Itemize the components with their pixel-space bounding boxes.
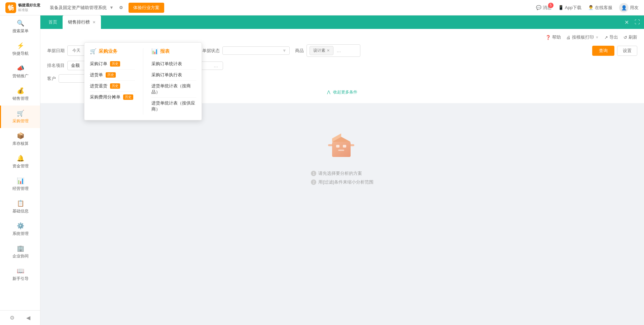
tab-home[interactable]: 首页 — [43, 15, 63, 29]
tab-close-button[interactable]: ✕ — [93, 20, 96, 25]
status-dropdown-arrow: ▼ — [282, 48, 287, 53]
marketing-icon: 📣 — [17, 65, 24, 72]
rank-label: 排名项目 — [47, 63, 65, 69]
purchase-dropdown-menu: 🛒 采购业务 采购订单 历史 进货单 历史 进货退货 历史 — [84, 42, 202, 120]
svg-rect-6 — [328, 144, 333, 146]
logo-text: 畅捷通好生意 标准版 — [18, 3, 40, 12]
sidebar-item-sales[interactable]: 💰 销售管理 — [0, 83, 40, 106]
goods-select[interactable]: 设计素 ✕ … — [307, 44, 360, 57]
salesperson-more-btn[interactable]: … — [212, 63, 219, 68]
service-icon: 👨‍💼 — [588, 5, 594, 10]
sidebar-item-system[interactable]: ⚙️ 系统管理 — [0, 218, 40, 241]
settings-button[interactable]: 设置 — [617, 46, 637, 56]
dropdown-item-order-exec[interactable]: 采购订单执行表 — [151, 70, 196, 81]
history-badge-2: 历史 — [106, 72, 116, 78]
industry-button[interactable]: 体验行业方案 — [129, 3, 164, 13]
search-icon: 🔍 — [17, 19, 24, 27]
customer-label: 客户 — [47, 76, 56, 82]
system-name-area: 装备及固定资产辅助管理系统 ▼ ⚙ 体验行业方案 — [50, 3, 532, 13]
tab-home-label: 首页 — [48, 19, 57, 25]
help-button[interactable]: ❓ 帮助 — [545, 34, 561, 40]
sidebar-item-quick-nav[interactable]: ⚡ 快捷导航 — [0, 38, 40, 60]
goods-filter-item: 商品 设计素 ✕ … — [295, 44, 360, 57]
dropdown-item-purchase-return[interactable]: 进货退货 历史 — [90, 81, 135, 92]
dropdown-item-order-stats[interactable]: 采购订单统计表 — [151, 58, 196, 70]
dropdown-item-purchase-order[interactable]: 采购订单 历史 — [90, 58, 135, 70]
goods-tag: 设计素 ✕ — [310, 46, 333, 55]
report-col-title-text: 报表 — [160, 48, 170, 54]
messages-item[interactable]: 💬 消息 5 — [536, 5, 551, 11]
sidebar-label-enterprise: 企业协同 — [12, 253, 29, 259]
tip-text-1: 请先选择要分析的方案 — [318, 170, 362, 176]
sidebar-item-purchase[interactable]: 🛒 采购管理 — [0, 106, 40, 128]
status-select[interactable]: ▼ — [222, 46, 290, 55]
sidebar-label-purchase: 采购管理 — [12, 118, 29, 124]
receipt-stats-supplier-label: 进货单统计表（按供应商） — [151, 100, 196, 112]
date-today[interactable]: 今天 — [71, 47, 82, 54]
tab-sales-rank-label: 销售排行榜 — [68, 19, 90, 25]
report-col-icon: 📊 — [151, 48, 158, 54]
purchase-return-label: 进货退货 — [90, 83, 107, 89]
message-icon: 💬 — [536, 5, 541, 10]
receipt-stats-goods-label: 进货单统计表（按商品） — [151, 83, 196, 95]
sidebar-label-operations: 经营管理 — [12, 186, 29, 192]
sales-icon: 💰 — [17, 87, 24, 94]
tab-sales-rank[interactable]: 销售排行榜 ✕ — [63, 15, 101, 29]
goods-tag-text: 设计素 — [313, 48, 325, 53]
dropdown-divider — [143, 48, 143, 115]
empty-tip-2: 2 用[过滤]条件来缩小分析范围 — [311, 179, 373, 185]
dropdown-item-receipt-stats-supplier[interactable]: 进货单统计表（按供应商） — [151, 98, 196, 115]
system-dropdown-arrow[interactable]: ▼ — [109, 5, 114, 10]
report-col-title: 📊 报表 — [151, 48, 196, 54]
goods-tag-close[interactable]: ✕ — [327, 48, 330, 53]
main-layout: 🔍 搜索菜单 ⚡ 快捷导航 📣 营销推广 💰 销售管理 🛒 采购管理 📦 库存核… — [0, 15, 644, 325]
refresh-icon: ↺ — [623, 35, 627, 40]
purchase-expense-label: 采购费用分摊单 — [90, 94, 120, 100]
sidebar-item-basic-info[interactable]: 📋 基础信息 — [0, 196, 40, 218]
print-template-button[interactable]: 🖨 按模板打印 ▼ — [566, 34, 599, 40]
goods-more-btn[interactable]: … — [335, 48, 343, 53]
finance-icon: 🔔 — [17, 155, 24, 162]
export-button[interactable]: ↗ 导出 — [604, 34, 618, 40]
collapse-sidebar-button[interactable]: ◀ — [26, 315, 30, 321]
sidebar-item-guide[interactable]: 📖 新手引导 — [0, 263, 40, 286]
sidebar-item-search[interactable]: 🔍 搜索菜单 — [0, 15, 40, 38]
basic-info-icon: 📋 — [17, 200, 24, 207]
print-dropdown-arrow[interactable]: ▼ — [595, 35, 599, 39]
dropdown-item-purchase-expense[interactable]: 采购费用分摊单 历史 — [90, 92, 135, 103]
tip-num-2: 2 — [311, 179, 316, 185]
avatar: 👤 — [619, 3, 629, 12]
sidebar-item-operations[interactable]: 📊 经营管理 — [0, 173, 40, 196]
refresh-button[interactable]: ↺ 刷新 — [623, 34, 637, 40]
dropdown-item-receipt-stats-goods[interactable]: 进货单统计表（按商品） — [151, 81, 196, 98]
gear-button[interactable]: ⚙ — [116, 3, 126, 12]
user-item[interactable]: 👤 用友 — [619, 3, 639, 12]
system-name-text: 装备及固定资产辅助管理系统 — [50, 5, 107, 11]
date-label: 单据日期 — [47, 48, 65, 54]
status-label: 单据状态 — [202, 48, 220, 54]
history-badge-4: 历史 — [123, 94, 133, 100]
window-controls: ✕ ⛶ — [622, 18, 641, 26]
sidebar-bottom: ⚙ ◀ — [0, 310, 40, 325]
window-maximize-button[interactable]: ⛶ — [633, 18, 641, 26]
online-service-item[interactable]: 👨‍💼 在线客服 — [588, 5, 612, 11]
query-button[interactable]: 查询 — [592, 46, 614, 56]
empty-illustration — [322, 130, 362, 164]
app-icon: 📱 — [558, 5, 564, 10]
tip-text-2: 用[过滤]条件来缩小分析范围 — [318, 179, 373, 185]
sidebar-item-marketing[interactable]: 📣 营销推广 — [0, 60, 40, 83]
app-label: App下载 — [565, 5, 581, 11]
dropdown-item-purchase-receipt[interactable]: 进货单 历史 — [90, 70, 135, 81]
sidebar-item-finance[interactable]: 🔔 资金管理 — [0, 151, 40, 173]
quick-nav-icon: ⚡ — [17, 42, 24, 49]
collapse-text: 收起更多条件 — [333, 90, 357, 94]
content-area: 首页 销售排行榜 ✕ ✕ ⛶ ❓ 帮助 — [40, 15, 644, 325]
app-download-item[interactable]: 📱 App下载 — [558, 5, 581, 11]
sidebar-item-enterprise[interactable]: 🏢 企业协同 — [0, 241, 40, 263]
goods-label: 商品 — [295, 48, 304, 54]
window-close-button[interactable]: ✕ — [622, 18, 631, 26]
service-label: 在线客服 — [595, 5, 612, 11]
settings-bottom-button[interactable]: ⚙ — [10, 315, 14, 321]
sidebar-label-inventory: 库存核算 — [12, 141, 29, 147]
sidebar-item-inventory[interactable]: 📦 库存核算 — [0, 128, 40, 151]
